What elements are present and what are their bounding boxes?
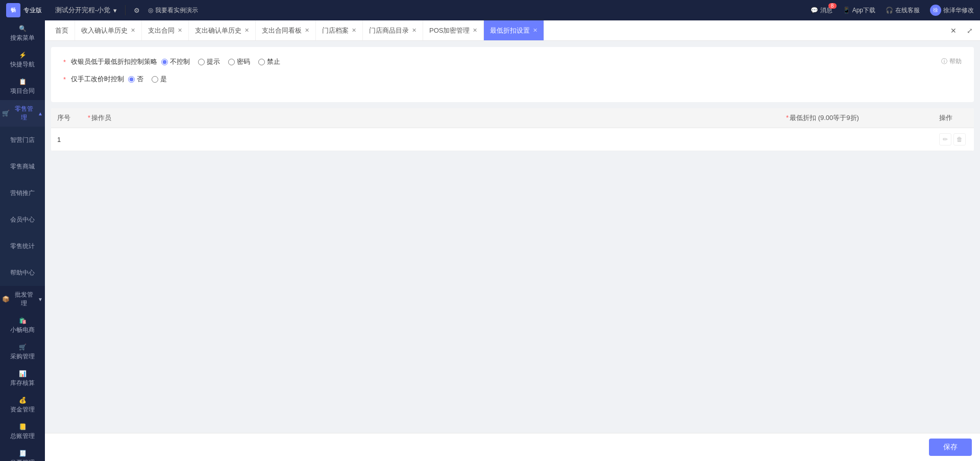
sidebar-item-help[interactable]: 帮助中心	[0, 259, 45, 286]
tab-min-discount[interactable]: 最低折扣设置 ✕	[484, 20, 544, 41]
radio-no-control[interactable]: 不控制	[161, 57, 190, 66]
sidebar-item-smart-store[interactable]: 智营门店	[0, 127, 45, 153]
close-icon[interactable]: ✕	[131, 27, 135, 34]
sidebar-item-label: 采购管理	[10, 352, 35, 361]
sidebar-item-ecommerce[interactable]: 🛍️ 小畅电商	[0, 312, 45, 339]
demo-circle-icon: ◎	[148, 7, 153, 14]
tab-pay-confirm-history[interactable]: 支出确认单历史 ✕	[189, 20, 256, 41]
sidebar-item-label: 搜索菜单	[10, 34, 35, 42]
discount-table-section: 序号 *操作员 *最低折扣 (9.00等于9折) 操作 1	[51, 108, 974, 151]
page-content: ⓘ 帮助 * 收银员低于最低折扣控制策略 不控制 提示	[45, 41, 980, 433]
quicknav-icon: ⚡	[19, 52, 27, 59]
online-service-btn[interactable]: 🎧 在线客服	[886, 6, 920, 15]
action-buttons: ✏ 🗑	[939, 133, 968, 145]
sidebar-item-wholesale[interactable]: 📦 批发管理 ▼	[0, 286, 45, 312]
sidebar-item-label: 会员中心	[10, 215, 35, 224]
sidebar-item-quicknav[interactable]: ⚡ 快捷导航	[0, 47, 45, 74]
finance-icon: 💰	[19, 397, 27, 404]
sidebar-item-label: 库存核算	[10, 379, 35, 387]
sidebar-item-invoice[interactable]: 🧾 发票管理	[0, 445, 45, 461]
radio-label: 禁止	[267, 57, 280, 66]
tab-pay-contract-board[interactable]: 支出合同看板 ✕	[256, 20, 316, 41]
sidebar-item-label: 项目合同	[10, 87, 35, 95]
close-icon[interactable]: ✕	[305, 27, 309, 34]
sidebar-item-accounting[interactable]: 📒 总账管理	[0, 419, 45, 445]
tab-income-history[interactable]: 收入确认单历史 ✕	[75, 20, 142, 41]
table-row: 1 ✏ 🗑	[51, 128, 974, 151]
sidebar-item-finance[interactable]: 💰 资金管理	[0, 392, 45, 419]
col-header-discount: *最低折扣 (9.00等于9折)	[780, 108, 933, 128]
radio-password[interactable]: 密码	[228, 57, 250, 66]
sidebar-item-inventory[interactable]: 📊 库存核算	[0, 366, 45, 392]
sidebar: 🔍 搜索菜单 ⚡ 快捷导航 📋 项目合同 🛒 零售管理 ▲ 智营门店 零售商城 …	[0, 20, 45, 461]
gear-icon: ⚙	[134, 7, 140, 14]
sidebar-item-label: 资金管理	[10, 405, 35, 414]
service-icon: 🎧	[886, 7, 893, 14]
message-badge: 8	[828, 3, 837, 9]
cashier-policy-label: 收银员低于最低折扣控制策略	[71, 57, 157, 66]
tab-pay-contract[interactable]: 支出合同 ✕	[142, 20, 189, 41]
required-star: *	[63, 76, 66, 83]
radio-no[interactable]: 否	[128, 75, 143, 84]
delete-row-btn[interactable]: 🗑	[953, 133, 966, 145]
demo-link[interactable]: ◎ 我要看实例演示	[148, 6, 198, 15]
user-profile-btn[interactable]: 徐 徐泽华修改	[930, 5, 974, 16]
user-name: 徐泽华修改	[943, 6, 974, 15]
sidebar-item-online-store[interactable]: 零售商城	[0, 153, 45, 180]
close-icon[interactable]: ✕	[473, 27, 477, 34]
ecommerce-icon: 🛍️	[19, 317, 27, 324]
sidebar-item-retail-stats[interactable]: 零售统计	[0, 233, 45, 259]
retail-icon: 🛒	[2, 110, 10, 117]
app-logo: 畅 专业版	[6, 3, 47, 17]
wholesale-icon: 📦	[2, 296, 10, 303]
save-button[interactable]: 保存	[929, 439, 972, 456]
close-icon[interactable]: ✕	[244, 27, 249, 34]
demo-text: 我要看实例演示	[155, 6, 198, 15]
cashier-policy-radio-group: 不控制 提示 密码 禁止	[161, 57, 280, 66]
tab-home[interactable]: 首页	[49, 20, 75, 41]
sidebar-item-label: 零售统计	[10, 242, 35, 251]
tab-pos-password[interactable]: POS加密管理 ✕	[423, 20, 484, 41]
close-icon[interactable]: ✕	[412, 27, 416, 34]
tab-store-product[interactable]: 门店商品目录 ✕	[363, 20, 423, 41]
radio-yes[interactable]: 是	[152, 75, 167, 84]
sidebar-item-member[interactable]: 会员中心	[0, 206, 45, 233]
sidebar-item-label: 智营门店	[10, 136, 35, 144]
avatar: 徐	[930, 5, 941, 16]
close-icon[interactable]: ✕	[533, 27, 537, 34]
cell-discount	[780, 128, 933, 151]
search-icon: 🔍	[19, 25, 27, 32]
tab-maximize-btn[interactable]: ⤢	[964, 26, 976, 36]
sidebar-item-retail[interactable]: 🛒 零售管理 ▲	[0, 100, 45, 127]
settings-icon-btn[interactable]: ⚙	[134, 7, 140, 14]
tab-label: 门店商品目录	[369, 26, 409, 35]
radio-forbid[interactable]: 禁止	[258, 57, 280, 66]
sidebar-item-label: 营销推广	[10, 189, 35, 198]
chevron-down-icon: ▼	[38, 297, 43, 302]
app-download-btn[interactable]: 📱 App下载	[843, 6, 875, 15]
col-header-action: 操作	[933, 108, 974, 128]
sidebar-item-marketing[interactable]: 营销推广	[0, 180, 45, 206]
tab-store-archive[interactable]: 门店档案 ✕	[316, 20, 363, 41]
logo-icon: 畅	[6, 3, 20, 17]
manual-price-row: * 仅手工改价时控制 否 是	[63, 75, 962, 84]
project-selector[interactable]: 测试分开完程-小觉 ▾	[55, 6, 117, 15]
sidebar-item-purchase[interactable]: 🛒 采购管理	[0, 339, 45, 366]
discount-table: 序号 *操作员 *最低折扣 (9.00等于9折) 操作 1	[51, 108, 974, 151]
required-star: *	[63, 58, 66, 66]
close-icon[interactable]: ✕	[352, 27, 356, 34]
message-btn[interactable]: 💬 消息 8	[811, 6, 832, 15]
tab-close-current-btn[interactable]: ✕	[947, 26, 960, 36]
sidebar-item-search[interactable]: 🔍 搜索菜单	[0, 20, 45, 47]
main-layout: 🔍 搜索菜单 ⚡ 快捷导航 📋 项目合同 🛒 零售管理 ▲ 智营门店 零售商城 …	[0, 20, 980, 461]
tab-label: 首页	[55, 26, 68, 35]
radio-label: 是	[160, 75, 167, 84]
radio-remind[interactable]: 提示	[198, 57, 220, 66]
close-icon[interactable]: ✕	[178, 27, 182, 34]
sidebar-item-project[interactable]: 📋 项目合同	[0, 74, 45, 100]
project-name: 测试分开完程-小觉	[55, 6, 110, 15]
tab-label: 最低折扣设置	[490, 26, 530, 35]
help-btn[interactable]: ⓘ 帮助	[941, 57, 962, 66]
accounting-icon: 📒	[19, 423, 27, 430]
edit-row-btn[interactable]: ✏	[939, 133, 951, 145]
